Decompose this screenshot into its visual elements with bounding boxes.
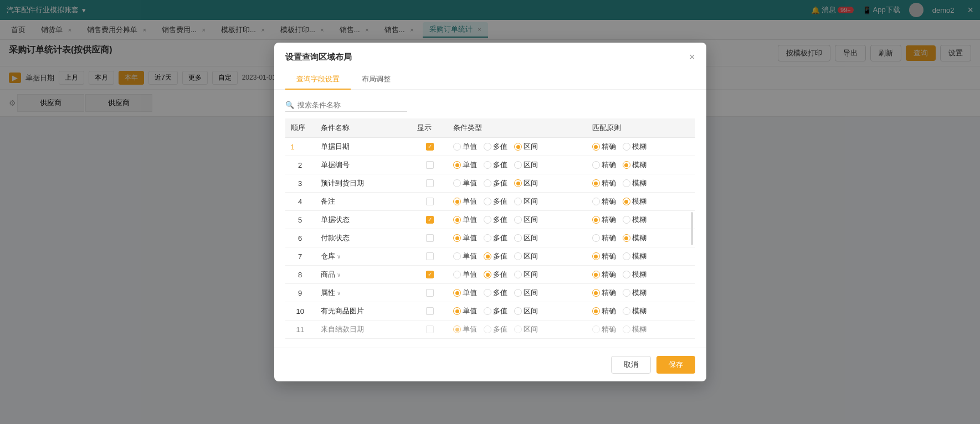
modal-close-button[interactable]: ×	[689, 51, 695, 70]
modal-title: 设置查询区域布局	[285, 52, 352, 69]
modal-overlay: 设置查询区域布局 × 查询字段设置 布局调整 🔍	[0, 0, 980, 117]
modal-header: 设置查询区域布局 × 查询字段设置 布局调整	[274, 43, 706, 90]
modal-tab-fields[interactable]: 查询字段设置	[285, 70, 351, 90]
search-icon: 🔍	[285, 101, 294, 109]
modal-body: 🔍 顺序 条件名称 显示 条件类型 匹配原则	[274, 90, 706, 117]
search-input[interactable]	[294, 101, 407, 109]
search-bar: 🔍	[285, 99, 407, 112]
modal-dialog: 设置查询区域布局 × 查询字段设置 布局调整 🔍	[274, 43, 706, 117]
modal-tab-layout[interactable]: 布局调整	[351, 70, 402, 90]
modal-tab-bar: 查询字段设置 布局调整	[285, 70, 695, 89]
